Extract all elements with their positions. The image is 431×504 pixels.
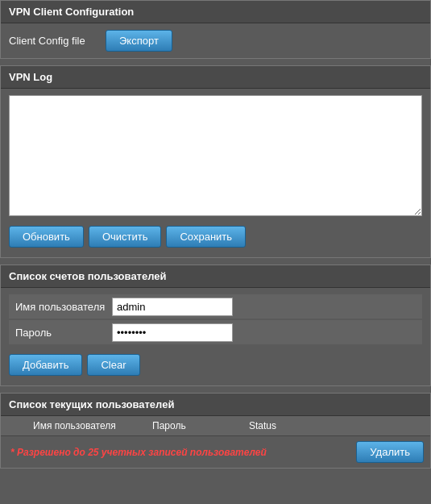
vpn-client-section: VPN Client Configuration Client Config f… [0,0,431,59]
current-users-section: Список текущих пользователей Имя пользов… [0,393,431,469]
export-button[interactable]: Экспорт [106,30,172,52]
user-accounts-title: Список счетов пользователей [9,270,167,282]
config-file-row: Client Config file Экспорт [1,23,430,58]
user-accounts-section: Список счетов пользователей Имя пользова… [0,264,431,386]
vpn-log-section: VPN Log Обновить Очистить Сохранить [0,65,431,258]
vpn-log-title: VPN Log [9,71,52,83]
current-users-title: Список текущих пользователей [9,398,174,410]
vpn-log-header: VPN Log [1,66,430,89]
config-file-label: Client Config file [9,35,97,47]
username-input[interactable] [112,298,233,316]
vpn-log-body: Обновить Очистить Сохранить [1,89,430,257]
vpn-client-header: VPN Client Configuration [1,1,430,23]
username-row: Имя пользователя [9,294,422,319]
delete-button[interactable]: Удалить [356,441,424,463]
vpn-log-textarea[interactable] [9,95,422,216]
user-account-buttons: Добавить Clear [9,351,422,379]
vpn-log-buttons: Обновить Очистить Сохранить [9,223,422,251]
username-label: Имя пользователя [15,301,112,313]
user-accounts-body: Имя пользователя Пароль Добавить Clear [1,288,430,385]
vpn-client-title: VPN Client Configuration [9,6,134,18]
col-username-header: Имя пользователя [1,416,146,435]
password-input[interactable] [112,323,233,342]
current-users-body: Имя пользователя Пароль Status * Разреше… [1,416,430,468]
clear-log-button[interactable]: Очистить [89,226,162,248]
table-footer: * Разрешено до 25 учетных записей пользо… [1,436,430,468]
clear-user-button[interactable]: Clear [87,354,139,376]
users-limit-note: * Разрешено до 25 учетных записей пользо… [7,447,270,458]
add-user-button[interactable]: Добавить [9,354,82,376]
footer-note-text: * Разрешено до 25 учетных записей пользо… [10,447,267,458]
password-row: Пароль [9,320,422,344]
refresh-button[interactable]: Обновить [9,226,84,248]
col-status-header: Status [242,416,430,435]
table-header-row: Имя пользователя Пароль Status [1,416,430,436]
password-label: Пароль [15,327,112,339]
save-log-button[interactable]: Сохранить [166,226,246,248]
current-users-header: Список текущих пользователей [1,394,430,416]
col-password-header: Пароль [146,416,242,435]
user-accounts-header: Список счетов пользователей [1,265,430,288]
